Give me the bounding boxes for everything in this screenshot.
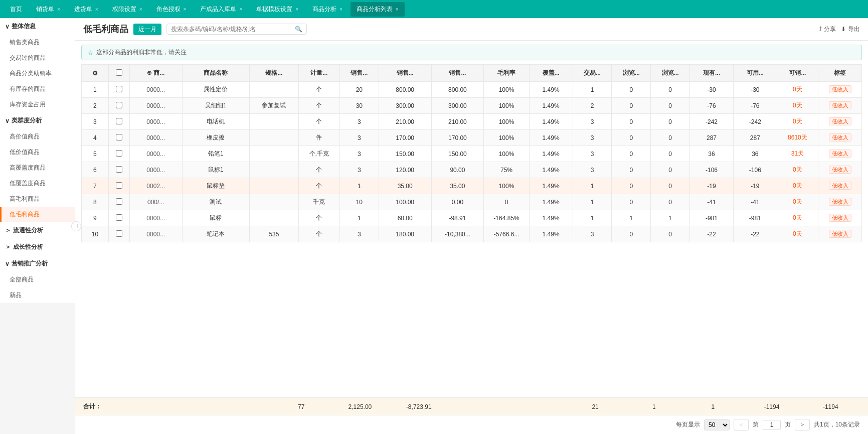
nav-template-settings[interactable]: 单据模板设置 × bbox=[250, 2, 304, 17]
sidebar-item-all-goods[interactable]: 全部商品 bbox=[0, 272, 75, 287]
nav-product-inbound[interactable]: 产成品入库单 × bbox=[194, 2, 248, 17]
row-check[interactable] bbox=[108, 194, 129, 210]
nav-close-role[interactable]: × bbox=[184, 7, 187, 12]
row-check[interactable] bbox=[108, 82, 129, 98]
row-browse2: 0 bbox=[651, 178, 690, 194]
sidebar-item-in-stock[interactable]: 有库存的商品 bbox=[0, 81, 75, 97]
sidebar-item-low-value[interactable]: 低价值商品 bbox=[0, 144, 75, 160]
row-check[interactable] bbox=[108, 210, 129, 226]
row-browse1[interactable]: 0 bbox=[612, 226, 651, 242]
table-row: 4 0000... 橡皮擦 件 3 170.00 170.00 100% 1.4… bbox=[82, 130, 862, 146]
col-header-code[interactable]: ⊕ 商... bbox=[129, 65, 182, 82]
nav-purchase[interactable]: 进货单 × bbox=[68, 2, 104, 17]
col-header-trans[interactable]: 交易... bbox=[573, 65, 612, 82]
footer-avail: -1194 bbox=[815, 403, 845, 410]
search-input[interactable] bbox=[171, 26, 292, 33]
col-header-avail-stock[interactable]: 可用... bbox=[733, 65, 777, 82]
col-header-tag[interactable]: 标签 bbox=[818, 65, 862, 82]
search-icon[interactable]: 🔍 bbox=[295, 26, 302, 33]
sidebar-section-overview[interactable]: ∨ 整体信息 bbox=[0, 18, 75, 35]
settings-icon[interactable]: ⚙ bbox=[92, 70, 98, 77]
row-browse1[interactable]: 0 bbox=[612, 162, 651, 178]
row-check[interactable] bbox=[108, 226, 129, 242]
per-page-select[interactable]: 50 100 200 bbox=[704, 419, 730, 430]
share-button[interactable]: ⤴ 分享 bbox=[819, 25, 836, 34]
notice-icon: ☆ bbox=[88, 49, 93, 56]
nav-product-analysis[interactable]: 商品分析 × bbox=[306, 2, 349, 17]
sidebar-collapse-btn[interactable]: 《 bbox=[71, 221, 81, 231]
sidebar-item-high-coverage[interactable]: 高覆盖度商品 bbox=[0, 160, 75, 176]
nav-role-auth[interactable]: 角色授权 × bbox=[150, 2, 193, 17]
next-page-btn[interactable]: ＞ bbox=[795, 419, 810, 430]
sidebar-item-category-rate[interactable]: 商品分类助销率 bbox=[0, 66, 75, 81]
nav-close-sales[interactable]: × bbox=[57, 7, 60, 12]
low-income-tag: 低收入 bbox=[829, 230, 851, 238]
row-check[interactable] bbox=[108, 178, 129, 194]
col-header-current-stock[interactable]: 现有... bbox=[690, 65, 734, 82]
col-header-sales-qty[interactable]: 销售... bbox=[339, 65, 379, 82]
sidebar-item-traded-goods[interactable]: 交易过的商品 bbox=[0, 50, 75, 66]
col-header-browse1[interactable]: 浏览... bbox=[612, 65, 651, 82]
row-saleable-days: 0天 bbox=[777, 194, 818, 210]
col-header-coverage[interactable]: 覆盖... bbox=[529, 65, 573, 82]
row-gross-rate: 100% bbox=[484, 130, 529, 146]
row-check[interactable] bbox=[108, 130, 129, 146]
col-header-gross-rate[interactable]: 毛利率 bbox=[484, 65, 529, 82]
sidebar-item-capital[interactable]: 库存资金占用 bbox=[0, 97, 75, 112]
row-browse1[interactable]: 0 bbox=[612, 98, 651, 114]
sidebar-section-marketing[interactable]: ∨ 营销推广分析 bbox=[0, 255, 75, 272]
row-unit: 千克 bbox=[298, 194, 339, 210]
nav-close-analysis[interactable]: × bbox=[339, 7, 342, 12]
row-browse1[interactable]: 0 bbox=[612, 178, 651, 194]
select-all-checkbox[interactable] bbox=[116, 69, 122, 76]
nav-home[interactable]: 首页 bbox=[4, 2, 28, 17]
nav-close-template[interactable]: × bbox=[295, 7, 298, 12]
nav-close-analysis-list[interactable]: × bbox=[396, 7, 399, 12]
row-browse1[interactable]: 0 bbox=[612, 114, 651, 130]
row-check[interactable] bbox=[108, 146, 129, 162]
main-content: 低毛利商品 近一月 🔍 ⤴ 分享 ⬇ 导出 ☆ 这部分商品的利润非常低，请关注 bbox=[75, 18, 868, 434]
sidebar-section-cluster[interactable]: ∨ 类群度分析 bbox=[0, 112, 75, 129]
export-button[interactable]: ⬇ 导出 bbox=[841, 25, 860, 34]
sidebar-item-new-goods[interactable]: 新品 bbox=[0, 287, 75, 303]
row-browse1[interactable]: 0 bbox=[612, 82, 651, 98]
col-header-name[interactable]: 商品名称 bbox=[182, 65, 250, 82]
col-header-check[interactable] bbox=[108, 65, 129, 82]
sidebar-item-high-value[interactable]: 高价值商品 bbox=[0, 129, 75, 144]
nav-permission[interactable]: 权限设置 × bbox=[106, 2, 148, 17]
col-header-spec[interactable]: 规格... bbox=[250, 65, 298, 82]
col-header-sales-profit[interactable]: 销售... bbox=[431, 65, 484, 82]
row-code: 0002... bbox=[129, 178, 182, 194]
nav-analysis-list[interactable]: 商品分析列表 × bbox=[351, 2, 405, 17]
col-header-browse2[interactable]: 浏览... bbox=[651, 65, 690, 82]
row-browse1[interactable]: 0 bbox=[612, 194, 651, 210]
row-gross-rate: 100% bbox=[484, 82, 529, 98]
row-browse1[interactable]: 0 bbox=[612, 130, 651, 146]
period-button[interactable]: 近一月 bbox=[133, 24, 161, 35]
sidebar-section-circulation[interactable]: ＞ 流通性分析 bbox=[0, 222, 75, 239]
col-header-sales-amt[interactable]: 销售... bbox=[379, 65, 431, 82]
row-check[interactable] bbox=[108, 114, 129, 130]
per-page-label: 每页显示 bbox=[676, 420, 700, 429]
row-browse1[interactable]: 0 bbox=[612, 146, 651, 162]
prev-page-btn[interactable]: ＜ bbox=[734, 419, 749, 430]
row-spec bbox=[250, 130, 298, 146]
row-browse1[interactable]: 1 bbox=[612, 210, 651, 226]
row-sales-qty: 1 bbox=[339, 210, 379, 226]
sidebar-item-low-margin[interactable]: 低毛利商品 bbox=[0, 207, 75, 222]
row-check[interactable] bbox=[108, 162, 129, 178]
low-income-tag: 低收入 bbox=[829, 214, 851, 222]
sidebar-section-growth[interactable]: ＞ 成长性分析 bbox=[0, 239, 75, 255]
sidebar-item-low-coverage[interactable]: 低覆盖度商品 bbox=[0, 176, 75, 191]
page-number-input[interactable] bbox=[763, 420, 781, 430]
row-trans: 3 bbox=[573, 114, 612, 130]
sidebar-item-sales-goods[interactable]: 销售类商品 bbox=[0, 35, 75, 50]
nav-sales-order[interactable]: 销货单 × bbox=[30, 2, 66, 17]
nav-close-product-inbound[interactable]: × bbox=[239, 7, 242, 12]
row-check[interactable] bbox=[108, 98, 129, 114]
nav-close-purchase[interactable]: × bbox=[95, 7, 98, 12]
sidebar-item-high-margin[interactable]: 高毛利商品 bbox=[0, 191, 75, 207]
nav-close-permission[interactable]: × bbox=[139, 7, 142, 12]
col-header-unit[interactable]: 计量... bbox=[298, 65, 339, 82]
col-header-saleable-days[interactable]: 可销... bbox=[777, 65, 818, 82]
